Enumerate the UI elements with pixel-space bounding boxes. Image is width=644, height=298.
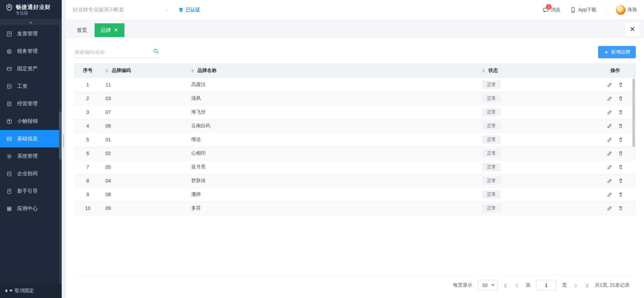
edit-icon[interactable] <box>607 137 612 142</box>
sidebar-item-apps[interactable]: 应用中心 <box>0 200 62 217</box>
delete-icon[interactable] <box>618 96 623 101</box>
cell-status: 正常 <box>478 92 595 105</box>
edit-icon[interactable] <box>607 109 612 115</box>
table-row[interactable]: 705蓝月亮正常 <box>74 160 636 174</box>
delete-icon[interactable] <box>618 137 623 142</box>
sidebar-item-operate[interactable]: 经营管理 <box>0 95 62 112</box>
svg-rect-8 <box>8 84 11 88</box>
table-row[interactable]: 406云南白药正常 <box>74 119 636 133</box>
edit-icon[interactable] <box>607 96 612 101</box>
edit-icon[interactable] <box>607 178 612 183</box>
sidebar-scrollbar-thumb[interactable] <box>59 111 62 159</box>
svg-rect-21 <box>10 209 11 211</box>
sidebar-item-asset[interactable]: 固定资产 <box>0 60 62 78</box>
delete-icon[interactable] <box>618 205 623 211</box>
delete-icon[interactable] <box>618 178 623 183</box>
user-menu[interactable]: 珠珠 <box>616 5 637 15</box>
sidebar-item-label: 经营管理 <box>17 100 38 107</box>
cell-ops <box>595 78 636 92</box>
page-number-input[interactable] <box>536 280 557 291</box>
th-seq[interactable]: 序号 <box>74 63 101 78</box>
sidebar-item-collab[interactable]: 企业协同 <box>0 165 62 182</box>
table-row[interactable]: 501维达正常 <box>74 133 636 146</box>
add-brand-button[interactable]: ＋ 新增品牌 <box>598 46 636 58</box>
brand-title: 畅捷通好业财 <box>16 4 51 11</box>
delete-icon[interactable] <box>618 123 623 129</box>
sort-icon[interactable] <box>191 69 194 73</box>
cell-seq: 5 <box>74 133 101 146</box>
pager-first[interactable] <box>503 281 509 289</box>
edit-icon[interactable] <box>607 82 612 87</box>
cell-status: 正常 <box>478 174 595 188</box>
sidebar: 畅捷通好业财 专业版 ▲ 发票管理税税务管理固定资产工资经营管理小畅报销基础信息… <box>0 0 62 298</box>
cell-seq: 2 <box>74 92 101 105</box>
delete-icon[interactable] <box>618 82 623 87</box>
tab-home[interactable]: 首页 <box>71 23 93 37</box>
delete-icon[interactable] <box>618 109 623 115</box>
tabs-close-all[interactable]: ✕ <box>625 22 639 36</box>
cell-status: 正常 <box>478 119 595 133</box>
messages-button[interactable]: 1 消息 <box>543 7 560 13</box>
brand-table: 序号 品牌编码 品牌名称 状态 <box>74 63 636 215</box>
th-name[interactable]: 品牌名称 <box>187 63 478 78</box>
app-download-button[interactable]: App下载 <box>570 7 596 13</box>
table-row[interactable]: 602心相印正常 <box>74 146 636 160</box>
sort-icon[interactable] <box>482 69 485 73</box>
cell-status: 正常 <box>478 78 595 92</box>
table-scrollbar-thumb[interactable] <box>632 79 635 147</box>
chevron-down-icon <box>9 290 13 292</box>
edit-icon[interactable] <box>607 123 612 129</box>
table-row[interactable]: 804舒肤佳正常 <box>74 174 636 188</box>
sidebar-item-label: 固定资产 <box>17 65 38 72</box>
table-row[interactable]: 111高露洁正常 <box>74 78 636 92</box>
th-code[interactable]: 品牌编码 <box>101 63 187 78</box>
close-icon[interactable]: ✕ <box>114 27 118 33</box>
verified-badge[interactable]: 已认证 <box>178 7 200 13</box>
sidebar-item-label: 税务管理 <box>17 48 38 55</box>
sidebar-item-invoice[interactable]: 发票管理 <box>0 25 62 43</box>
sidebar-item-salary[interactable]: 工资 <box>0 78 62 95</box>
table-row[interactable]: 203清风正常 <box>74 92 636 105</box>
edit-icon[interactable] <box>607 151 612 156</box>
account-select[interactable]: 好业财专业版演示帐套 ⌄ <box>73 7 169 13</box>
sidebar-item-basic[interactable]: 基础信息 <box>0 130 62 147</box>
tab-brand[interactable]: 品牌 ✕ <box>95 23 124 37</box>
sidebar-item-reimburse[interactable]: 小畅报销 <box>0 112 62 130</box>
svg-text:税: 税 <box>8 50 11 53</box>
svg-point-0 <box>8 6 10 8</box>
sidebar-splitter[interactable] <box>62 0 66 298</box>
table-row[interactable]: 908潘婷正常 <box>74 188 636 201</box>
edit-icon[interactable] <box>607 192 612 197</box>
cell-status: 正常 <box>478 160 595 174</box>
cell-code: 08 <box>101 188 187 201</box>
svg-point-15 <box>9 155 10 157</box>
pager-next[interactable] <box>572 281 578 289</box>
sidebar-item-label: 系统管理 <box>17 153 38 159</box>
pager-last[interactable] <box>583 281 590 289</box>
delete-icon[interactable] <box>618 151 623 156</box>
delete-icon[interactable] <box>618 192 623 197</box>
th-status[interactable]: 状态 <box>478 63 595 78</box>
edit-icon[interactable] <box>607 205 612 211</box>
search-input[interactable] <box>74 47 160 58</box>
search-icon[interactable] <box>153 48 159 54</box>
sort-icon[interactable] <box>106 69 108 73</box>
cell-name: 高露洁 <box>187 78 478 92</box>
pager-prev[interactable] <box>515 281 520 289</box>
table-row[interactable]: 1009多芬正常 <box>74 201 636 215</box>
page-prefix: 第 <box>526 282 531 288</box>
cell-ops <box>595 201 636 215</box>
sidebar-item-guide[interactable]: 新手引导 <box>0 182 62 200</box>
sidebar-unpin-button[interactable]: 取消固定 <box>0 284 62 298</box>
sidebar-item-tax[interactable]: 税税务管理 <box>0 43 62 60</box>
per-page-select[interactable]: 50 <box>478 280 498 291</box>
delete-icon[interactable] <box>618 164 623 170</box>
sidebar-scroll-up-hint[interactable]: ▲ <box>0 19 62 25</box>
edit-icon[interactable] <box>607 164 612 170</box>
cell-seq: 10 <box>74 201 101 215</box>
salary-icon <box>6 83 12 90</box>
table-row[interactable]: 307海飞丝正常 <box>74 105 636 119</box>
sidebar-item-label: 发票管理 <box>17 31 38 37</box>
sidebar-item-system[interactable]: 系统管理 <box>0 147 62 165</box>
content-toolbar: ＋ 新增品牌 <box>74 46 636 58</box>
